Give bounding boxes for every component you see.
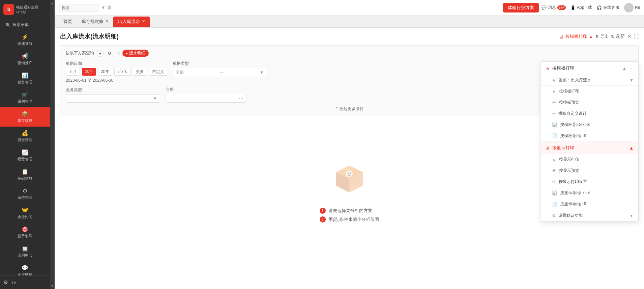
topbar-dropdown-arrow[interactable]: ▼ (101, 5, 106, 10)
scroll-up-arrow[interactable]: ▲ (51, 1, 54, 5)
inventory-icon: 📦 (22, 111, 28, 117)
filter-setting-btn[interactable]: ⚙ (106, 50, 113, 57)
app-download-btn[interactable]: 📱 App下载 (570, 5, 592, 10)
display-excel-icon: 📊 (552, 190, 557, 195)
svg-point-3 (346, 170, 353, 177)
sidebar-item-inventory[interactable]: 📦 库存核算 (0, 107, 50, 127)
industry-btn[interactable]: 体验行业方案 (503, 3, 539, 12)
sidebar-scrollbar[interactable]: ▲ ▼ (50, 0, 55, 289)
online-service-btn[interactable]: 🎧 在线客服 (597, 5, 619, 10)
voucher-type-select[interactable]: 全部 ⋯ ▼ (173, 68, 267, 77)
tab-home[interactable]: 首页 (59, 17, 77, 27)
sidebar-item-app-center[interactable]: 🔲 应用中心 (0, 242, 50, 261)
dropdown-template-print-header[interactable]: 🖨 按模板打印 ▲ ··· (541, 62, 638, 75)
filter-header: 按以下方案查询 + ⚙ 《 ● 流水明细 (66, 50, 633, 57)
current-label-icon: 🖨 (552, 78, 556, 83)
app-logo-icon: b (3, 4, 14, 15)
tab-batch-account-close[interactable]: ✕ (106, 19, 109, 24)
step-num-1: 1 (320, 208, 326, 214)
search-icon: 🔍 (5, 23, 10, 27)
date-current-year-btn[interactable]: 本年 (98, 68, 112, 76)
system-icon: ⚙ (23, 188, 27, 194)
dropdown-template-pdf-btn[interactable]: 📄 按模板导出pdf (541, 130, 638, 141)
warehouse-select[interactable]: ⋯ (166, 94, 246, 103)
sidebar-item-quick-nav[interactable]: ⚡ 快捷导航 (0, 30, 50, 50)
dropdown-display-print-settings-btn[interactable]: ⚙ 按显示打印设置 (541, 176, 638, 187)
dropdown-display-print-section[interactable]: 🖨 按显示打印 ▲ (541, 142, 638, 154)
export-icon: ⬆ (595, 34, 599, 39)
filter-voucher-type-field: 单据类型 全部 ⋯ ▼ (173, 61, 267, 77)
template-customize-icon: ✏ (552, 111, 556, 116)
guide-icon: 🎯 (22, 226, 28, 233)
template-excel-icon: 📊 (552, 122, 557, 127)
scroll-down-arrow[interactable]: ▼ (51, 284, 54, 288)
tab-inventory-flow-close[interactable]: ✕ (142, 19, 145, 24)
filter-collapse-btn[interactable]: 《 (116, 50, 120, 56)
voucher-type-placeholder: 全部 (176, 70, 184, 75)
export-btn[interactable]: ⬆ 导出 (595, 33, 609, 40)
sidebar-search[interactable]: 🔍 搜索菜单 (0, 19, 50, 30)
printer-icon: 🖨 (560, 34, 564, 39)
sidebar-item-guide[interactable]: 🎯 新手引导 (0, 223, 50, 242)
settings-bottom-icon[interactable]: ⚙ (3, 279, 8, 286)
refresh-icon: ↻ (611, 34, 615, 39)
dropdown-display-preview-btn[interactable]: 👁 按显示预览 (541, 165, 638, 176)
dropdown-display-print-btn[interactable]: 🖨 按显示打印 (541, 154, 638, 165)
dropdown-template-print-btn[interactable]: 🖨 按模板打印 (541, 86, 638, 97)
set-default-arrow: ▼ (630, 213, 634, 218)
sales-icon: 📊 (22, 72, 28, 79)
svg-point-5 (350, 173, 351, 174)
svg-point-4 (348, 173, 349, 174)
operations-icon: 📈 (22, 149, 28, 156)
app-icon: 📱 (570, 5, 576, 10)
enterprise-collab-icon: 🤝 (22, 207, 28, 213)
sidebar-item-finance[interactable]: 💰 资金管理 (0, 127, 50, 146)
app-logo-text: 畅捷通好生意 标准版 (16, 5, 38, 14)
voucher-type-label: 单据类型 (173, 61, 267, 67)
dropdown-template-preview-btn[interactable]: 👁 按模板预览 (541, 97, 638, 108)
refresh-btn[interactable]: ↻ 刷新 (611, 33, 625, 40)
dropdown-template-customize-btn[interactable]: ✏ 模板自定义设计 (541, 108, 638, 119)
date-more-btn[interactable]: 更多 (133, 68, 147, 76)
page-close-btn[interactable]: ✕ (627, 33, 632, 40)
user-avatar[interactable]: Rit (624, 3, 640, 12)
date-current-month-btn[interactable]: 本月 (82, 68, 96, 76)
date-range-display: 2023-06-01 至 2023-06-30 (66, 78, 167, 83)
date-field-label: 单据日期 (66, 61, 167, 67)
empty-steps: 1 请先选择要分析的方案 2 用[选]条件来缩小分析范围 (320, 208, 379, 225)
sidebar-item-system[interactable]: ⚙ 系统管理 (0, 184, 50, 204)
voucher-type-dropdown-icon[interactable]: ⋯ (219, 70, 224, 75)
sidebar-item-purchase[interactable]: 🛒 采购管理 (0, 88, 50, 107)
topbar-gear-icon[interactable]: ⚙ (107, 4, 112, 11)
sidebar-item-operations[interactable]: 📈 经营管理 (0, 146, 50, 165)
tab-inventory-flow[interactable]: 出入库流水 ✕ (113, 17, 150, 27)
display-pdf-icon: 📄 (552, 202, 557, 207)
voucher-type-arrow-icon[interactable]: ▼ (260, 70, 264, 75)
print-template-btn[interactable]: 🖨 按模板打印 ▲ (560, 33, 593, 40)
tab-batch-account[interactable]: 库存批次账 ✕ (77, 17, 113, 27)
warehouse-dots-icon[interactable]: ⋯ (239, 96, 243, 101)
display-print-section-icon: 🖨 (546, 146, 550, 151)
dropdown-display-excel-btn[interactable]: 📊 按显示导出excel (541, 187, 638, 199)
topbar-search-input[interactable] (59, 4, 99, 11)
dropdown-template-excel-btn[interactable]: 📊 按模板导出excel (541, 119, 638, 130)
sidebar-item-enterprise-wechat[interactable]: 💬 企业微信 (0, 261, 50, 275)
date-custom-btn[interactable]: 自定义 (149, 68, 167, 76)
message-btn[interactable]: 💬 消息 99+ (541, 5, 566, 10)
empty-step-1: 1 请先选择要分析的方案 (320, 208, 379, 214)
set-default-icon: ⚙ (552, 213, 556, 218)
sidebar-item-marketing[interactable]: 📢 营销推广 (0, 50, 50, 69)
dropdown-display-pdf-btn[interactable]: 📄 按显示导出pdf (541, 199, 638, 210)
toggle-sidebar-icon[interactable]: ⇔ (11, 279, 16, 286)
business-type-arrow-icon[interactable]: ▼ (153, 96, 157, 101)
page-expand-btn[interactable]: ⛶ (634, 34, 639, 39)
sidebar-item-enterprise-collab[interactable]: 🤝 企业协同 (0, 204, 50, 223)
dropdown-set-default-btn[interactable]: ⚙ 设置默认功能 ▼ (541, 210, 638, 221)
filter-active-tag[interactable]: ● 流水明细 (122, 50, 149, 57)
sidebar-item-basic-info[interactable]: 📋 基础信息 (0, 165, 50, 184)
business-type-select[interactable]: ▼ (66, 94, 160, 103)
sidebar-item-sales[interactable]: 📊 销售管理 (0, 69, 50, 88)
filter-add-btn[interactable]: + (97, 50, 104, 57)
date-last-month-btn[interactable]: 上月 (66, 68, 80, 76)
date-last-7days-btn[interactable]: 近7天 (114, 68, 131, 76)
